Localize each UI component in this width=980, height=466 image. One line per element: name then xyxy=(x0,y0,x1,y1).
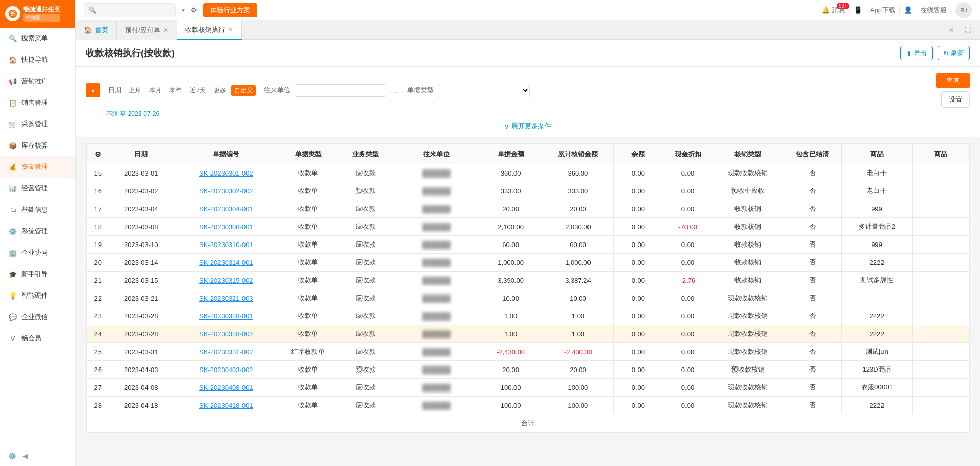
user-avatar[interactable]: Rit xyxy=(955,2,972,18)
tab-receive-verify-close[interactable]: ✕ xyxy=(228,26,233,33)
dropdown-arrow[interactable]: ▾ xyxy=(182,7,185,14)
online-service-link[interactable]: 👤 在线客服 xyxy=(904,6,947,15)
sidebar-item-smart[interactable]: 💡 智能硬件 xyxy=(0,285,75,306)
partner-input[interactable] xyxy=(295,84,386,97)
export-icon: ⬆ xyxy=(906,50,912,57)
close-window-btn[interactable]: ✕ xyxy=(945,24,958,36)
cell-balance: 0.00 xyxy=(614,325,663,343)
cell-partner: ██████ xyxy=(394,343,479,361)
solution-button[interactable]: 体验行业方案 xyxy=(203,3,257,17)
cell-goods2 xyxy=(912,379,969,397)
tab-home[interactable]: 🏠 首页 xyxy=(76,20,117,40)
cell-seq: 20 xyxy=(87,254,109,272)
tab-pre-receive-close[interactable]: ✕ xyxy=(163,27,168,34)
cell-doc-no: SK-20230328-002 xyxy=(173,325,279,343)
topbar-search-box[interactable]: 🔍 xyxy=(84,3,176,17)
sidebar-item-marketing[interactable]: 📢 营销推广 xyxy=(0,70,75,92)
notification-area[interactable]: 🔔 消息 99+ xyxy=(822,6,845,15)
cell-date: 2023-03-02 xyxy=(109,182,173,200)
maximize-window-btn[interactable]: ⛶ xyxy=(962,24,974,36)
settings-bottom-icon[interactable]: ⚙️ xyxy=(8,452,16,460)
export-button[interactable]: ⬆ 导出 xyxy=(900,46,933,60)
cell-include: 否 xyxy=(783,164,842,182)
cell-verify-type: 收款核销 xyxy=(713,236,783,254)
cell-doc-no: SK-20230314-001 xyxy=(173,254,279,272)
sidebar-item-sales[interactable]: 📋 销售管理 xyxy=(0,92,75,113)
service-icon: 👤 xyxy=(904,6,912,14)
cell-verify-type: 预收中应收 xyxy=(713,182,783,200)
cell-amount: 1.00 xyxy=(479,325,543,343)
filter-row-1: » 日期 上月 本月 本年 近7天 更多 自定义 往来单位 ... xyxy=(86,73,970,108)
cell-seq: 26 xyxy=(87,361,109,379)
cell-biz-type: 应收款 xyxy=(337,254,394,272)
sidebar-bottom: ⚙️ ◀ xyxy=(0,446,75,466)
th-goods2: 商品 xyxy=(912,144,969,164)
cell-biz-type: 应收款 xyxy=(337,272,394,289)
sidebar-item-label: 智能硬件 xyxy=(21,291,48,300)
expand-more-conditions[interactable]: ∨ 展开更多条件 xyxy=(86,121,970,131)
date-btn-this-year[interactable]: 本年 xyxy=(166,85,185,96)
sidebar-item-inventory[interactable]: 📦 库存核算 xyxy=(0,135,75,156)
cell-biz-type: 应收款 xyxy=(337,164,394,182)
date-btn-more[interactable]: 更多 xyxy=(211,85,229,96)
topbar: 🔍 ▾ ⚙ 体验行业方案 🔔 消息 99+ 📱 App下载 👤 在线客服 Rit xyxy=(76,0,980,20)
sidebar-item-wechat[interactable]: 💬 企业微信 xyxy=(0,306,75,328)
tab-pre-receive[interactable]: 预付/应付单 ✕ xyxy=(117,20,177,40)
date-btn-7days[interactable]: 近7天 xyxy=(187,85,209,96)
cell-doc-type: 收款单 xyxy=(279,236,337,254)
sidebar-item-sys[interactable]: ⚙️ 系统管理 xyxy=(0,220,75,242)
sidebar-item-corp[interactable]: 🏢 企业协同 xyxy=(0,242,75,263)
cell-balance: 0.00 xyxy=(614,164,663,182)
sidebar-item-quick-nav[interactable]: 🏠 快捷导航 xyxy=(0,49,75,70)
query-button[interactable]: 查询 xyxy=(936,73,970,88)
cell-amount: 10.00 xyxy=(479,289,543,307)
th-amount: 单据金额 xyxy=(479,144,543,164)
doc-type-select[interactable] xyxy=(438,84,530,97)
date-btn-last-month[interactable]: 上月 xyxy=(126,85,144,96)
sidebar-item-label: 资金管理 xyxy=(21,162,48,171)
table-row: 25 2023-03-31 SK-20230331-002 红字收款单 应收款 … xyxy=(87,343,969,361)
table-row: 20 2023-03-14 SK-20230314-001 收款单 应收款 ██… xyxy=(87,254,969,272)
table-row: 22 2023-03-21 SK-20230321-003 收款单 应收款 ██… xyxy=(87,289,969,307)
table-row: 23 2023-03-28 SK-20230328-001 收款单 应收款 ██… xyxy=(87,307,969,325)
cell-doc-type: 收款单 xyxy=(279,397,337,414)
partner-dots[interactable]: ... xyxy=(390,87,399,94)
cell-goods2 xyxy=(912,289,969,307)
cell-verify-type: 收款核销 xyxy=(713,218,783,236)
cell-verify-type: 现款收款核销 xyxy=(713,397,783,414)
sidebar-item-purchase[interactable]: 🛒 采购管理 xyxy=(0,113,75,135)
date-btn-custom[interactable]: 自定义 xyxy=(231,85,256,96)
sidebar-item-search-menu[interactable]: 🔍 搜索菜单 xyxy=(0,28,75,49)
date-btn-this-month[interactable]: 本月 xyxy=(146,85,164,96)
doc-type-label: 单据类型 xyxy=(407,86,434,95)
cell-doc-type: 红字收款单 xyxy=(279,343,337,361)
cell-discount: 0.00 xyxy=(663,164,713,182)
cell-doc-type: 收款单 xyxy=(279,272,337,289)
gear-icon[interactable]: ⚙ xyxy=(191,6,197,14)
sidebar-item-ops[interactable]: 📊 经营管理 xyxy=(0,178,75,199)
settings-button[interactable]: 设置 xyxy=(941,91,970,108)
sidebar-item-vip[interactable]: V 畅会员 xyxy=(0,328,75,349)
refresh-button[interactable]: ↻ 刷新 xyxy=(938,46,970,60)
cell-cum-amount: 3,387.24 xyxy=(543,272,614,289)
cell-seq: 17 xyxy=(87,200,109,218)
th-settings[interactable]: ⚙ xyxy=(87,144,109,164)
filter-toggle-btn[interactable]: » xyxy=(86,83,100,97)
basic-icon: 🗂 xyxy=(8,205,17,214)
collapse-icon[interactable]: ◀ xyxy=(22,452,28,460)
cell-date: 2023-03-08 xyxy=(109,218,173,236)
table-row: 16 2023-03-02 SK-20230302-002 收款单 预收款 ██… xyxy=(87,182,969,200)
sidebar-item-basic[interactable]: 🗂 基础信息 xyxy=(0,199,75,220)
cell-balance: 0.00 xyxy=(614,182,663,200)
cell-discount: -70.00 xyxy=(663,218,713,236)
sidebar-item-newbie[interactable]: 🎓 新手引导 xyxy=(0,263,75,285)
logo-title: 畅捷通好生意 xyxy=(23,6,60,14)
app-download-link[interactable]: 📱 App下载 xyxy=(854,6,895,15)
cell-amount: 2,100.00 xyxy=(479,218,543,236)
table-row: 19 2023-03-10 SK-20230310-001 收款单 应收款 ██… xyxy=(87,236,969,254)
sidebar-item-label: 库存核算 xyxy=(21,141,48,150)
sidebar-item-fund[interactable]: 💰 资金管理 xyxy=(0,156,75,178)
partner-label: 往来单位 xyxy=(264,86,290,95)
ops-icon: 📊 xyxy=(8,184,17,193)
tab-receive-verify[interactable]: 收款核销执行 ✕ xyxy=(177,20,242,40)
